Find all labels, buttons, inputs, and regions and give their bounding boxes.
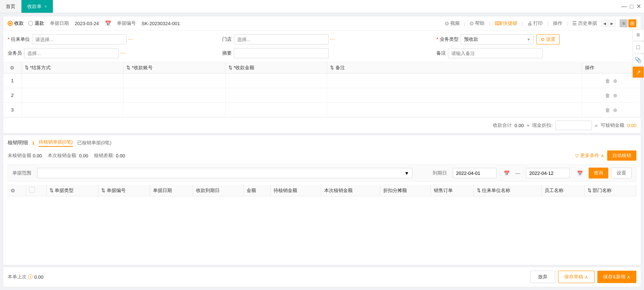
row-account-1[interactable] — [123, 74, 225, 88]
shortcut-btn[interactable]: ⌨ 快捷键 — [495, 20, 517, 27]
copy-icon-3[interactable]: ⊕ — [613, 107, 617, 113]
row-remark-1[interactable] — [327, 74, 582, 88]
counterpart-more-icon[interactable]: ··· — [128, 36, 133, 42]
row-action-1: 🗑 ⊕ — [582, 74, 641, 88]
table-row: 1 🗑 ⊕ — [3, 74, 641, 88]
bt-col-dept: ⇅ 部门名称 — [584, 185, 636, 196]
view-icons: ≡ ⊞ — [620, 19, 636, 27]
delete-icon-3[interactable]: 🗑 — [605, 107, 610, 113]
grid-view-icon[interactable]: ⊞ — [628, 19, 636, 27]
copy-icon-1[interactable]: ⊕ — [613, 78, 617, 84]
row-account-2[interactable] — [123, 88, 225, 103]
staff-input[interactable] — [24, 48, 119, 58]
row-account-3[interactable] — [123, 103, 225, 117]
print-btn[interactable]: 🖨 打印 — [527, 20, 543, 27]
bt-col-current: 本次核销金额 — [321, 185, 380, 196]
bt-col-staff: 员工名称 — [542, 185, 584, 196]
footer: 本单上次 ⓘ 0.00 放弃 保存草稿 ∧ 保存&新增 ∧ — [3, 267, 641, 287]
row-remark-2[interactable] — [327, 88, 582, 103]
row-settlement-2[interactable] — [21, 88, 123, 103]
minimize-icon[interactable]: — — [621, 3, 627, 10]
tab-close-icon[interactable]: × — [44, 4, 47, 9]
more-conditions-btn[interactable]: ▽ 更多条件 ∧ — [575, 152, 604, 159]
video-btn[interactable]: ⊙ 视频 — [445, 20, 460, 27]
business-type-select[interactable]: 预收款 ▼ — [461, 34, 534, 44]
verify-info-icon[interactable]: ℹ — [32, 140, 34, 146]
bt-col-amount: 金额 — [244, 185, 270, 196]
receipt-radio-label: 收款 — [14, 20, 24, 27]
settings-button[interactable]: ⚙ 设置 — [537, 34, 559, 44]
col-amount-label: ⇅ *收款金额 — [228, 64, 255, 71]
discount-label: 现金折扣: — [532, 122, 553, 129]
next-arrow[interactable]: ▶ — [609, 20, 615, 27]
col-account-label: ⇅ *收款账号 — [126, 64, 153, 71]
number-label: 单据编号 — [117, 20, 136, 27]
store-input[interactable] — [234, 34, 329, 44]
remark-input[interactable] — [448, 48, 543, 58]
filter-settings-button[interactable]: 设置 — [611, 168, 632, 179]
bt-col-settings[interactable]: ⚙ — [8, 185, 26, 196]
save-button[interactable]: 保存&新增 ∧ — [597, 271, 636, 283]
refund-radio[interactable]: 退款 — [28, 20, 44, 27]
table-settings-icon[interactable]: ⚙ — [10, 65, 15, 71]
tab-receipt[interactable]: 收款单 × — [21, 0, 53, 13]
close-icon[interactable]: ✕ — [636, 3, 641, 10]
counterpart-input[interactable] — [32, 34, 127, 44]
col-settings[interactable]: ⚙ — [3, 62, 21, 74]
receipt-radio[interactable]: 收款 — [8, 20, 24, 27]
delete-icon-2[interactable]: 🗑 — [605, 93, 610, 98]
help-btn[interactable]: ⊙ 帮助 — [470, 20, 484, 27]
video-icon: ⊙ — [445, 20, 449, 26]
bt-settings-icon[interactable]: ⚙ — [11, 188, 15, 193]
history-btn[interactable]: ☰ 历史单据 — [572, 20, 597, 27]
sidebar-icon-2[interactable]: □ — [632, 42, 644, 53]
sidebar-icon-3[interactable]: 📎 — [632, 54, 644, 66]
verify-section: 核销明细 ℹ 待核销单据(0笔) 已核销单据(0笔) 未核销金额 0.00 本次… — [3, 135, 641, 265]
delete-icon-1[interactable]: 🗑 — [605, 78, 610, 84]
select-all-checkbox[interactable] — [29, 187, 35, 193]
refund-radio-circle — [28, 21, 33, 26]
verify-table: ⚙ ⇅ 单据类型 ⇅ 单据编号 单据日期 收款到期日 金额 待核销金额 本次核销… — [8, 185, 636, 196]
operate-btn[interactable]: 操作 — [553, 20, 562, 27]
bt-col-pending: 待核销金额 — [270, 185, 321, 196]
copy-icon-2[interactable]: ⊕ — [613, 93, 617, 98]
row-amount-2[interactable] — [225, 88, 327, 103]
tab-home[interactable]: 首页 — [0, 0, 21, 13]
row-amount-3[interactable] — [225, 103, 327, 117]
calendar-from-icon[interactable]: 📅 — [504, 171, 510, 176]
row-settlement-3[interactable] — [21, 103, 123, 117]
discount-input[interactable] — [555, 121, 592, 130]
total-label: 收款合计 — [493, 122, 512, 129]
range-select[interactable]: ▼ — [37, 168, 412, 178]
summary-input[interactable] — [234, 48, 329, 58]
calendar-to-icon[interactable]: 📅 — [577, 171, 583, 176]
date-to-input[interactable] — [526, 168, 570, 178]
verify-header: 核销明细 ℹ 待核销单据(0笔) 已核销单据(0笔) — [8, 139, 636, 147]
staff-more-icon[interactable]: ··· — [120, 50, 125, 56]
calendar-icon[interactable]: 📅 — [105, 20, 111, 26]
sidebar-icon-4[interactable]: ↗ — [632, 66, 644, 78]
sep3: | — [522, 21, 523, 26]
list-view-icon[interactable]: ≡ — [620, 19, 628, 27]
this-order-label: 本单上次 — [8, 274, 27, 280]
draft-button[interactable]: 保存草稿 ∧ — [558, 271, 594, 283]
row-settlement-1[interactable] — [21, 74, 123, 88]
table-row: 2 🗑 ⊕ — [3, 88, 641, 103]
stat-unverified: 未核销金额 0.00 — [8, 152, 42, 159]
tab-pending[interactable]: 待核销单据(0笔) — [39, 139, 73, 147]
row-amount-1[interactable] — [225, 74, 327, 88]
store-more-icon[interactable]: ··· — [330, 36, 335, 42]
prev-arrow[interactable]: ◀ — [601, 20, 608, 27]
auto-verify-button[interactable]: 自动核销 — [607, 150, 636, 161]
maximize-icon[interactable]: □ — [630, 3, 633, 10]
row-remark-3[interactable] — [327, 103, 582, 117]
footer-info-icon[interactable]: ⓘ — [28, 274, 33, 280]
bottom-table: ⚙ ⇅ 单据类型 ⇅ 单据编号 单据日期 收款到期日 金额 待核销金额 本次核销… — [8, 185, 636, 261]
window-controls: — □ ✕ — [621, 3, 644, 10]
query-button[interactable]: 查询 — [589, 168, 608, 179]
abandon-button[interactable]: 放弃 — [530, 271, 555, 283]
stat-diff: 核销差额: 0.00 — [94, 152, 125, 159]
date-from-input[interactable] — [453, 168, 496, 178]
tab-verified[interactable]: 已核销单据(0笔) — [77, 140, 111, 146]
sidebar-icon-1[interactable]: ≡ — [632, 29, 644, 41]
